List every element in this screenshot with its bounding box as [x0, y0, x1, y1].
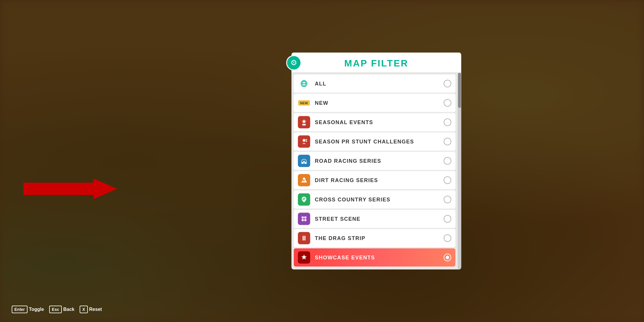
filter-item-new[interactable]: NEW NEW — [294, 94, 455, 112]
road-icon — [298, 155, 310, 167]
filter-list: ALL NEW NEW SEASONAL EVENTS — [292, 73, 461, 270]
street-radio — [444, 215, 451, 223]
filter-item-street[interactable]: STREET SCENE — [294, 210, 455, 228]
svg-rect-0 — [302, 124, 306, 126]
cross-radio — [444, 196, 451, 203]
enter-key: Enter — [12, 306, 28, 313]
filter-item-showcase[interactable]: SHOWCASE EVENTS — [294, 249, 455, 267]
map-filter-panel: ⚙ MAP FILTER ALL NEW — [292, 53, 461, 270]
filter-item-drag[interactable]: THE DRAG STRIP — [294, 229, 455, 247]
new-radio — [444, 99, 451, 107]
cross-label: CROSS COUNTRY SERIES — [315, 196, 444, 203]
filter-item-road[interactable]: ROAD RACING SERIES — [294, 152, 455, 170]
season-pr-icon — [298, 136, 310, 148]
filter-item-season-pr[interactable]: SEASON PR STUNT CHALLENGES — [294, 133, 455, 151]
all-label: ALL — [315, 80, 444, 87]
showcase-icon — [298, 251, 310, 264]
cross-icon — [298, 193, 310, 206]
enter-label: Toggle — [29, 307, 44, 312]
gear-icon: ⚙ — [290, 58, 297, 67]
svg-rect-9 — [304, 219, 306, 221]
filter-item-seasonal[interactable]: SEASONAL EVENTS — [294, 113, 455, 131]
season-pr-label: SEASON PR STUNT CHALLENGES — [315, 138, 444, 145]
x-label: Reset — [89, 307, 102, 312]
panel-title: MAP FILTER — [297, 58, 455, 69]
panel-header: ⚙ MAP FILTER — [292, 53, 461, 73]
new-label: NEW — [315, 100, 444, 106]
seasonal-icon — [298, 116, 310, 129]
all-radio — [444, 80, 451, 88]
season-pr-radio — [444, 138, 451, 145]
drag-label: THE DRAG STRIP — [315, 235, 444, 241]
svg-rect-6 — [302, 217, 304, 219]
new-badge: NEW — [298, 100, 310, 106]
showcase-label: SHOWCASE EVENTS — [315, 254, 444, 261]
svg-rect-7 — [304, 217, 306, 219]
svg-rect-4 — [303, 161, 305, 162]
scrollbar[interactable] — [458, 73, 461, 270]
seasonal-label: SEASONAL EVENTS — [315, 119, 444, 125]
enter-combo: Enter Toggle — [12, 306, 46, 313]
x-key: X — [80, 306, 88, 313]
arrow-pointer — [23, 179, 117, 199]
esc-combo: Esc Back — [49, 306, 77, 313]
seasonal-radio — [444, 119, 451, 126]
filter-item-dirt[interactable]: DIRT RACING SERIES — [294, 171, 455, 189]
drag-radio — [444, 234, 451, 242]
panel-body: ALL NEW NEW SEASONAL EVENTS — [292, 73, 461, 270]
dirt-icon — [298, 174, 310, 186]
filter-item-all[interactable]: ALL — [294, 75, 455, 93]
svg-rect-10 — [303, 236, 304, 241]
dirt-label: DIRT RACING SERIES — [315, 177, 444, 183]
svg-rect-11 — [304, 236, 306, 241]
scrollbar-thumb — [458, 73, 461, 108]
all-icon — [298, 78, 310, 90]
showcase-radio — [444, 254, 451, 261]
esc-label: Back — [63, 307, 74, 312]
arrow-shape — [23, 179, 117, 199]
esc-key: Esc — [49, 306, 62, 313]
new-icon: NEW — [298, 97, 310, 109]
road-radio — [444, 157, 451, 165]
svg-point-1 — [303, 139, 306, 142]
bottom-controls: Enter Toggle Esc Back X Reset — [12, 306, 104, 313]
arrow-body — [23, 179, 117, 199]
gear-button[interactable]: ⚙ — [286, 55, 302, 70]
dirt-radio — [444, 177, 451, 184]
road-label: ROAD RACING SERIES — [315, 158, 444, 164]
drag-icon — [298, 232, 310, 244]
svg-point-5 — [303, 178, 305, 180]
svg-rect-8 — [302, 219, 304, 221]
x-combo: X Reset — [80, 306, 104, 313]
street-icon — [298, 213, 310, 225]
street-label: STREET SCENE — [315, 216, 444, 222]
filter-item-cross[interactable]: CROSS COUNTRY SERIES — [294, 191, 455, 209]
